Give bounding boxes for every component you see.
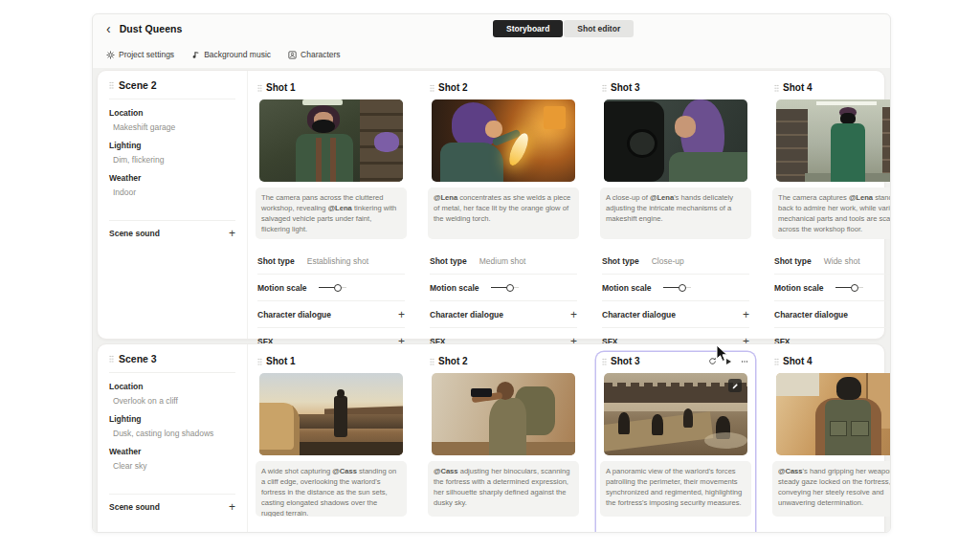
shot-type-row[interactable]: Shot type Close-up bbox=[602, 248, 749, 274]
characters-button[interactable]: Characters bbox=[288, 50, 341, 59]
shot-title-label: Shot 4 bbox=[783, 356, 813, 366]
characters-icon bbox=[288, 51, 297, 59]
characters-label: Characters bbox=[301, 50, 341, 59]
shot-header[interactable]: Shot 2 bbox=[430, 355, 577, 367]
img-shape bbox=[604, 386, 747, 403]
shot-title-label: Shot 3 bbox=[611, 356, 640, 366]
motion-scale-slider[interactable] bbox=[835, 284, 863, 292]
motion-scale-slider[interactable] bbox=[663, 284, 691, 292]
lighting-value[interactable]: Dusk, casting long shadows bbox=[109, 429, 235, 438]
shot-header[interactable]: Shot 4 bbox=[774, 81, 891, 94]
regenerate-icon[interactable] bbox=[708, 357, 717, 365]
drag-handle-icon[interactable] bbox=[602, 358, 607, 365]
drag-handle-icon[interactable] bbox=[602, 84, 607, 92]
img-shape bbox=[627, 129, 657, 158]
shot-type-row[interactable]: Shot type Wide-shot bbox=[602, 525, 749, 533]
app-window: ‹ Dust Queens Storyboard Shot editor Pro… bbox=[92, 13, 891, 533]
img-shape bbox=[669, 152, 748, 182]
shot-header[interactable]: Shot 4 bbox=[774, 355, 891, 367]
shot-description[interactable]: @Cass's hand gripping her weapon, her st… bbox=[772, 461, 891, 517]
shot-header[interactable]: Shot 1 bbox=[257, 355, 405, 367]
shot-type-row[interactable]: Shot type Medium-Shot bbox=[430, 525, 577, 533]
lighting-value[interactable]: Dim, flickering bbox=[109, 155, 235, 165]
edit-image-badge[interactable] bbox=[728, 379, 742, 392]
shot-card: Shot 1 A wide shot capturing @Cass stand… bbox=[252, 352, 411, 533]
scene-3-header[interactable]: Scene 3 bbox=[109, 353, 235, 373]
motion-scale-row: Motion scale bbox=[257, 274, 405, 300]
drag-handle-icon[interactable] bbox=[257, 358, 262, 365]
shot-type-row[interactable]: Shot type Establishing shot bbox=[257, 248, 405, 274]
motion-scale-slider[interactable] bbox=[319, 284, 346, 292]
shot-title-label: Shot 2 bbox=[438, 356, 468, 366]
shot-type-row[interactable]: Shot type Establishing shot bbox=[257, 525, 405, 533]
drag-handle-icon[interactable] bbox=[774, 84, 779, 92]
shot-type-row[interactable]: Shot type Medium-Shot bbox=[774, 525, 891, 533]
add-dialogue-button[interactable]: + bbox=[570, 309, 577, 320]
shot-header[interactable]: Shot 3 bbox=[602, 81, 749, 94]
shot-type-value[interactable]: Wide shot bbox=[824, 256, 860, 266]
shot-title-label: Shot 1 bbox=[266, 356, 296, 366]
character-dialogue-label: Character dialogue bbox=[774, 310, 848, 320]
scene-3-properties-panel: Scene 3 Location Overlook on a cliff Lig… bbox=[98, 344, 248, 533]
add-scene-sound-button[interactable]: + bbox=[229, 501, 235, 513]
shot-description[interactable]: The camera captures @Lena standing back … bbox=[772, 187, 891, 239]
img-shape bbox=[604, 403, 747, 411]
play-icon[interactable] bbox=[724, 358, 732, 365]
shot-description[interactable]: The camera pans across the cluttered wor… bbox=[256, 187, 407, 239]
shot-type-row[interactable]: Shot type Wide shot bbox=[774, 248, 891, 274]
shot-thumbnail[interactable] bbox=[432, 99, 575, 182]
drag-handle-icon[interactable] bbox=[257, 84, 262, 92]
shot-description[interactable]: @Cass adjusting her binoculars, scanning… bbox=[428, 461, 579, 517]
drag-handle-icon[interactable] bbox=[109, 81, 114, 89]
motion-scale-label: Motion scale bbox=[257, 283, 306, 293]
scene-2-properties-panel: Scene 2 Location Makeshift garage Lighti… bbox=[98, 71, 248, 339]
shot-description[interactable]: A close-up of @Lena's hands delicately a… bbox=[600, 187, 751, 239]
shot-thumbnail[interactable] bbox=[259, 373, 403, 455]
shot-card: Shot 2 @Lena concentrates as she welds a… bbox=[424, 78, 583, 339]
weather-value[interactable]: Clear sky bbox=[109, 461, 235, 471]
shot-description[interactable]: A wide shot capturing @Cass standing on … bbox=[256, 461, 407, 517]
back-icon[interactable]: ‹ bbox=[106, 22, 111, 35]
shot-thumbnail[interactable] bbox=[604, 99, 747, 182]
shot-description[interactable]: @Lena concentrates as she welds a piece … bbox=[428, 187, 579, 239]
img-shape bbox=[618, 412, 630, 433]
shot-thumbnail[interactable] bbox=[604, 373, 747, 455]
background-music-button[interactable]: Background music bbox=[191, 50, 271, 59]
drag-handle-icon[interactable] bbox=[774, 358, 779, 365]
shot-thumbnail[interactable] bbox=[776, 99, 891, 182]
add-scene-sound-button[interactable]: + bbox=[229, 228, 235, 239]
weather-value[interactable]: Indoor bbox=[109, 187, 235, 197]
location-value[interactable]: Makeshift garage bbox=[109, 122, 235, 132]
shot-thumbnail[interactable] bbox=[259, 99, 403, 182]
shot-type-value[interactable]: Medium shot bbox=[479, 256, 526, 266]
drag-handle-icon[interactable] bbox=[430, 358, 434, 365]
drag-handle-icon[interactable] bbox=[109, 355, 114, 363]
project-settings-button[interactable]: Project settings bbox=[106, 50, 174, 59]
location-value[interactable]: Overlook on a cliff bbox=[109, 396, 235, 406]
drag-handle-icon[interactable] bbox=[430, 84, 434, 92]
shot-thumbnail[interactable] bbox=[776, 373, 891, 455]
shot-type-value[interactable]: Close-up bbox=[652, 256, 684, 266]
scene-2-header[interactable]: Scene 2 bbox=[109, 79, 235, 99]
tab-shot-editor[interactable]: Shot editor bbox=[564, 20, 634, 37]
img-shape bbox=[300, 442, 403, 455]
shot-header[interactable]: Shot 2 bbox=[430, 81, 577, 94]
img-shape bbox=[882, 107, 891, 182]
background-music-label: Background music bbox=[204, 50, 271, 59]
shot-type-row[interactable]: Shot type Medium shot bbox=[430, 248, 577, 274]
add-dialogue-button[interactable]: + bbox=[398, 309, 405, 320]
shot-header[interactable]: Shot 3 bbox=[602, 355, 749, 367]
motion-scale-slider[interactable] bbox=[491, 284, 519, 292]
shot-description[interactable]: A panoramic view of the warlord's forces… bbox=[600, 461, 751, 517]
more-menu-icon[interactable] bbox=[740, 358, 749, 365]
img-shape bbox=[316, 138, 322, 182]
shot-type-value[interactable]: Establishing shot bbox=[307, 256, 368, 266]
tab-storyboard[interactable]: Storyboard bbox=[493, 20, 563, 37]
weather-label: Weather bbox=[109, 173, 235, 183]
shot-header[interactable]: Shot 1 bbox=[257, 81, 405, 94]
character-dialogue-row: Character dialogue + bbox=[257, 300, 405, 327]
shot-thumbnail[interactable] bbox=[432, 373, 575, 455]
add-dialogue-button[interactable]: + bbox=[743, 309, 749, 320]
img-shape bbox=[330, 138, 336, 182]
shot-card: Shot 4 @Cass's hand gripping her weapon,… bbox=[768, 352, 891, 533]
